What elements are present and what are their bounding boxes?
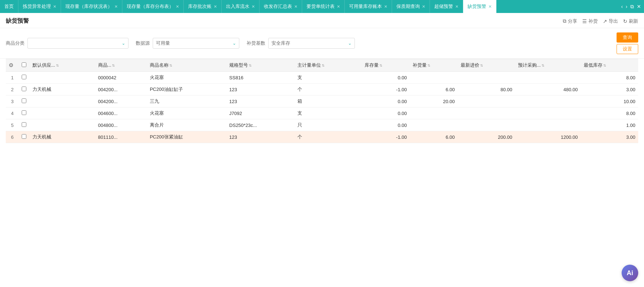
row-spec: J7092 xyxy=(226,107,295,119)
row-unit: 支 xyxy=(295,72,362,84)
row-checkbox[interactable] xyxy=(22,110,26,115)
row-replenish xyxy=(410,119,458,131)
col-goods-code-label: 商品... xyxy=(98,62,112,69)
tab-item-11[interactable]: 缺货预警✕ xyxy=(463,0,496,13)
tab-item-1[interactable]: 拣货异常处理✕ xyxy=(18,0,61,13)
row-checkbox-cell xyxy=(19,96,30,107)
row-checkbox[interactable] xyxy=(22,75,26,79)
tab-close-icon-9[interactable]: ✕ xyxy=(422,4,425,9)
col-replenish: 补货量 ⇅ xyxy=(410,59,458,72)
row-goods-name: 离合片 xyxy=(147,119,226,131)
select-all-checkbox[interactable] xyxy=(22,62,26,67)
tab-item-5[interactable]: 出入库流水✕ xyxy=(222,0,260,13)
col-supplier-sort[interactable]: 默认供应... ⇅ xyxy=(32,62,59,69)
row-replenish xyxy=(410,72,458,84)
col-est-purchase-sort[interactable]: 预计采购... ⇅ xyxy=(518,62,544,69)
tab-restore-button[interactable]: ⧉ xyxy=(629,3,635,10)
sort-icon-unit: ⇅ xyxy=(322,63,325,67)
tab-item-0[interactable]: 首页 xyxy=(0,0,18,13)
col-goods-code-sort[interactable]: 商品... ⇅ xyxy=(98,62,115,69)
row-checkbox[interactable] xyxy=(22,134,26,139)
row-latest-price xyxy=(458,96,515,107)
tab-item-2[interactable]: 现存量（库存状况表）✕ xyxy=(61,0,122,13)
tab-prev-button[interactable]: ‹ xyxy=(620,3,625,10)
tab-close-icon-4[interactable]: ✕ xyxy=(214,4,217,9)
export-button[interactable]: ↗ 导出 xyxy=(603,18,618,25)
table-row: 3 004200... 三九 123 箱 0.00 20.00 10.00 xyxy=(6,96,638,107)
sort-icon-stock: ⇅ xyxy=(379,63,382,67)
share-button[interactable]: ⧉ 分享 xyxy=(563,18,577,25)
row-latest-price: 80.00 xyxy=(458,84,515,96)
datasource-chevron-icon: ⌄ xyxy=(232,41,236,46)
row-spec: 123 xyxy=(226,131,295,143)
tab-item-3[interactable]: 现存量（库存分布表）✕ xyxy=(122,0,184,13)
col-goods-name-label: 商品名称 xyxy=(150,62,169,69)
row-checkbox[interactable] xyxy=(22,122,26,127)
export-label: 导出 xyxy=(609,18,618,25)
col-latest-price-sort[interactable]: 最新进价 ⇅ xyxy=(461,62,483,69)
tab-next-button[interactable]: › xyxy=(624,3,629,10)
col-min-stock-sort[interactable]: 最低库存 ⇅ xyxy=(584,62,606,69)
tab-close-icon-8[interactable]: ✕ xyxy=(384,4,387,9)
tab-item-8[interactable]: 可用量库存账本✕ xyxy=(345,0,392,13)
tab-close-all-button[interactable]: ✕ xyxy=(635,3,643,10)
ai-assistant-button[interactable]: Ai xyxy=(622,265,638,281)
filter-area: 商品分类 ⌄ 数据源 可用量 ⌄ 补货基数 安全库存 ⌄ 查询 设置 xyxy=(0,28,644,59)
tab-item-9[interactable]: 保质期查询✕ xyxy=(392,0,430,13)
col-latest-price: 最新进价 ⇅ xyxy=(458,59,515,72)
row-goods-code: 004600... xyxy=(95,107,147,119)
col-stock-label: 库存量 xyxy=(365,62,379,69)
col-unit-sort[interactable]: 主计量单位 ⇅ xyxy=(297,62,325,69)
datasource-filter-group: 数据源 可用量 ⌄ xyxy=(136,38,239,49)
tab-close-icon-2[interactable]: ✕ xyxy=(114,4,118,9)
row-goods-code: 801110... xyxy=(95,131,147,143)
row-checkbox[interactable] xyxy=(22,87,26,91)
row-est-purchase: 1200.00 xyxy=(515,131,581,143)
col-spec-sort[interactable]: 规格型号 ⇅ xyxy=(229,62,252,69)
refresh-button[interactable]: ↻ 刷新 xyxy=(623,18,638,25)
filter-actions: 查询 设置 xyxy=(617,32,638,54)
datasource-select[interactable]: 可用量 ⌄ xyxy=(153,38,239,49)
row-stock: 0.00 xyxy=(362,107,410,119)
row-index: 1 xyxy=(6,72,19,84)
sort-icon-min-stock: ⇅ xyxy=(603,63,606,67)
sort-icon-latest-price: ⇅ xyxy=(480,63,483,67)
col-replenish-sort[interactable]: 补货量 ⇅ xyxy=(413,62,430,69)
row-goods-name: PC200张紧油缸 xyxy=(147,131,226,143)
row-min-stock: 3.00 xyxy=(581,84,638,96)
tab-close-icon-3[interactable]: ✕ xyxy=(176,4,179,9)
gear-icon[interactable]: ⚙ xyxy=(9,62,13,69)
row-min-stock: 8.00 xyxy=(581,107,638,119)
category-select[interactable]: ⌄ xyxy=(27,38,129,49)
tab-close-icon-11[interactable]: ✕ xyxy=(488,4,492,9)
tab-item-10[interactable]: 超储预警✕ xyxy=(430,0,463,13)
col-est-purchase-label: 预计采购... xyxy=(518,62,541,69)
setting-button[interactable]: 设置 xyxy=(617,44,638,54)
query-button[interactable]: 查询 xyxy=(617,32,638,43)
tab-close-icon-1[interactable]: ✕ xyxy=(53,4,56,9)
table-row: 6 力天机械 801110... PC200张紧油缸 123 个 -1.00 6… xyxy=(6,131,638,143)
page-title: 缺货预警 xyxy=(6,17,29,25)
tab-close-icon-5[interactable]: ✕ xyxy=(252,4,255,9)
row-checkbox[interactable] xyxy=(22,98,26,103)
col-supplier-label: 默认供应... xyxy=(32,62,55,69)
tab-close-icon-6[interactable]: ✕ xyxy=(294,4,297,9)
tab-item-6[interactable]: 收发存汇总表✕ xyxy=(260,0,302,13)
tab-close-icon-7[interactable]: ✕ xyxy=(337,4,340,9)
row-unit: 只 xyxy=(295,119,362,131)
row-min-stock: 3.00 xyxy=(581,131,638,143)
tab-item-7[interactable]: 要货单统计表✕ xyxy=(302,0,345,13)
col-est-purchase: 预计采购... ⇅ xyxy=(515,59,581,72)
tab-close-icon-10[interactable]: ✕ xyxy=(455,4,458,9)
tab-item-4[interactable]: 库存批次账✕ xyxy=(184,0,222,13)
sort-icon-est-purchase: ⇅ xyxy=(541,63,544,67)
replenish-button[interactable]: ☰ 补货 xyxy=(582,18,598,25)
row-supplier xyxy=(30,119,95,131)
col-goods-name-sort[interactable]: 商品名称 ⇅ xyxy=(150,62,172,69)
row-stock: 0.00 xyxy=(362,96,410,107)
replenish-basis-select[interactable]: 安全库存 ⌄ xyxy=(268,38,355,49)
col-stock-sort[interactable]: 库存量 ⇅ xyxy=(365,62,382,69)
col-stock: 库存量 ⇅ xyxy=(362,59,410,72)
table-header-row: ⚙ 默认供应... ⇅ 商品... ⇅ xyxy=(6,59,638,72)
row-min-stock: 8.00 xyxy=(581,72,638,84)
